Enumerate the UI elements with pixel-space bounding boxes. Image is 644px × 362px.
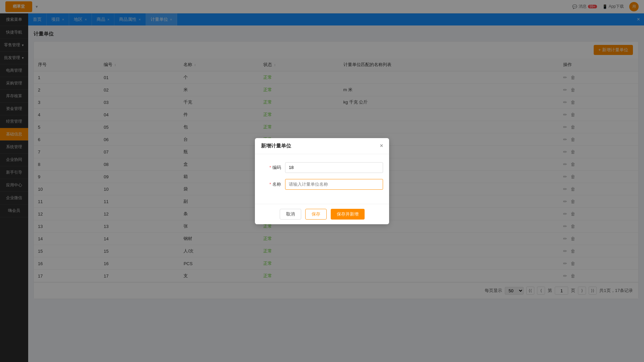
save-button[interactable]: 保存 [305,209,327,220]
form-row-code: 编码 [261,162,383,173]
save-new-button[interactable]: 保存并新增 [331,209,365,220]
form-row-name: 名称 [261,179,383,190]
code-input[interactable] [285,162,383,173]
modal: 新增计量单位 × 编码 名称 取消 保存 保存并新增 [255,138,389,224]
modal-footer: 取消 保存 保存并新增 [255,204,389,224]
code-label: 编码 [261,165,281,171]
modal-close-button[interactable]: × [380,143,383,149]
name-label: 名称 [261,181,281,187]
cancel-button[interactable]: 取消 [280,209,301,220]
modal-overlay[interactable]: 新增计量单位 × 编码 名称 取消 保存 保存并新增 [0,0,644,362]
name-input[interactable] [285,179,383,190]
modal-title: 新增计量单位 [261,143,291,149]
modal-header: 新增计量单位 × [255,138,389,154]
modal-body: 编码 名称 [255,154,389,204]
